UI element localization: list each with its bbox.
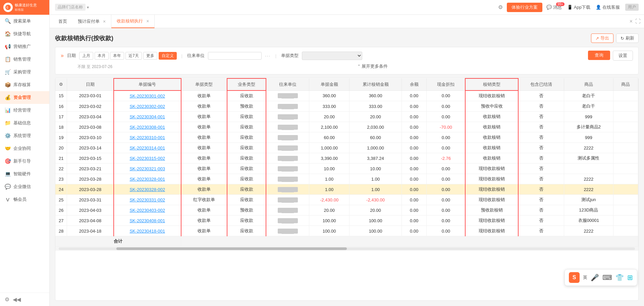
horizontal-scrollbar[interactable]	[55, 247, 638, 251]
bill-no-link[interactable]: SK-20230408-001	[129, 218, 165, 223]
table-row: 15 2023-03-01 SK-20230301-002 收款单 应收款 ██…	[55, 90, 638, 101]
float-shirt-icon[interactable]: 👕	[615, 273, 624, 282]
sidebar-item-quick[interactable]: 🏠 快捷导航	[0, 27, 49, 40]
user-avatar[interactable]: 用户	[625, 4, 639, 11]
tab-collection[interactable]: 收款核销执行 ×	[111, 15, 155, 28]
settings-gear-icon[interactable]: ⚙	[5, 296, 9, 303]
row-product1: 测试jun	[564, 195, 613, 205]
sidebar-item-guide[interactable]: 🎯 新手引导	[0, 155, 49, 168]
row-partner: ████	[266, 174, 309, 184]
export-button[interactable]: ↗ 导出	[591, 34, 613, 43]
bill-no-link[interactable]: SK-20230308-001	[129, 125, 165, 130]
row-no: 19	[55, 132, 67, 143]
filter-expand-arrow-icon[interactable]: »	[61, 53, 64, 59]
row-amount: 1.00	[309, 184, 350, 195]
col-included: 包含已结清	[518, 78, 564, 90]
marketing-icon: 📢	[5, 44, 11, 50]
tab-fullscreen-icon[interactable]: ⛶	[635, 18, 641, 24]
sidebar-item-member[interactable]: V 畅会员	[0, 193, 49, 206]
tab-close-all-icon[interactable]: ×	[630, 18, 633, 24]
bill-no-link[interactable]: SK-20230321-003	[129, 166, 165, 171]
online-service-button[interactable]: 👤 在线客服	[596, 4, 620, 10]
float-keyboard-icon[interactable]: ⌨	[602, 273, 612, 282]
bill-no-link[interactable]: SK-20230314-001	[129, 145, 165, 150]
col-amount: 单据金额	[309, 78, 350, 90]
row-bill-type: 收款单	[181, 132, 227, 143]
date-this-month-button[interactable]: 本月	[95, 52, 109, 60]
sidebar-item-system[interactable]: ⚙️ 系统管理	[0, 129, 49, 142]
date-more-button[interactable]: 更多	[143, 52, 157, 60]
expand-conditions-button[interactable]: ˅ 展开更多条件	[358, 62, 388, 71]
sidebar-item-enterprise[interactable]: 🤝 企业协同	[0, 142, 49, 155]
date-filter-label: 日期	[67, 53, 76, 59]
sidebar-item-inventory[interactable]: 📦 库存核算	[0, 78, 49, 91]
row-biz-type: 预收款	[227, 101, 266, 112]
bill-no-link[interactable]: SK-20230328-002	[129, 187, 165, 192]
row-cumulative: 333.00	[350, 101, 402, 112]
tab-payable-close-icon[interactable]: ×	[103, 19, 106, 24]
float-grid-icon[interactable]: ⊞	[627, 273, 633, 282]
sidebar-item-sales[interactable]: 📋 销售管理	[0, 53, 49, 66]
message-button[interactable]: 💬 消息 99+	[546, 4, 562, 10]
refresh-button[interactable]: ↻ 刷新	[616, 34, 639, 43]
row-cumulative: 360.00	[350, 90, 402, 101]
date-last-month-button[interactable]: 上月	[79, 52, 93, 60]
row-product1: 2222	[564, 184, 613, 195]
date-7days-button[interactable]: 近7天	[125, 52, 142, 60]
bill-no-link[interactable]: SK-20230331-002	[129, 197, 165, 202]
float-english-icon[interactable]: 英	[583, 274, 587, 281]
data-table: ⚙ 日期 单据编号 单据类型 业务类型 往来单位 单据金额 累计核销金额 余额 …	[55, 78, 638, 247]
logo-icon: 6	[3, 3, 13, 12]
tab-collection-close-icon[interactable]: ×	[146, 18, 149, 24]
bill-no-link[interactable]: SK-20230302-002	[129, 104, 165, 109]
row-balance: 0.00	[402, 90, 427, 101]
row-bill-type: 收款单	[181, 122, 227, 132]
sales-icon: 📋	[5, 56, 11, 62]
date-this-year-button[interactable]: 本年	[110, 52, 124, 60]
partner-input[interactable]	[208, 52, 262, 60]
member-icon: V	[5, 196, 11, 202]
filter-area: » 日期 上月 本月 本年 近7天 更多 自定义 | 往来单位 ··· |	[55, 47, 639, 74]
row-balance: 0.00	[402, 101, 427, 112]
topbar-gear-icon[interactable]: ⚙	[498, 4, 503, 10]
tab-home[interactable]: 首页	[53, 15, 72, 28]
dropdown-arrow-icon[interactable]: ▾	[87, 5, 89, 10]
table-row: 26 2023-04-03 SK-20230403-002 收款单 预收款 ██…	[55, 205, 638, 216]
sidebar-item-hardware[interactable]: 💻 智能硬件	[0, 168, 49, 180]
float-mic-icon[interactable]: 🎤	[591, 273, 599, 282]
col-cumulative: 累计核销金额	[350, 78, 402, 90]
sidebar-item-wechat[interactable]: 💬 企业微信	[0, 180, 49, 193]
row-product2	[613, 184, 638, 195]
bill-no-link[interactable]: SK-20230310-001	[129, 135, 165, 140]
row-cumulative: 3,387.24	[350, 153, 402, 164]
bill-no-link[interactable]: SK-20230304-001	[129, 114, 165, 119]
bill-no-link[interactable]: SK-20230403-002	[129, 208, 165, 213]
date-custom-button[interactable]: 自定义	[159, 52, 177, 60]
row-amount: 10.00	[309, 164, 350, 174]
tab-payable[interactable]: 预计应付单 ×	[72, 15, 111, 28]
app-download-button[interactable]: 📱 App下载	[567, 4, 590, 10]
query-button[interactable]: 查询	[588, 51, 610, 60]
sidebar-collapse-icon[interactable]: ◀◀	[13, 296, 21, 303]
sidebar-item-purchase[interactable]: 🛒 采购管理	[0, 66, 49, 78]
filter-row-1: » 日期 上月 本月 本年 近7天 更多 自定义 | 往来单位 ··· |	[61, 51, 633, 61]
bill-no-link[interactable]: SK-20230301-002	[129, 94, 165, 99]
sidebar-item-operations[interactable]: 📊 经营管理	[0, 104, 49, 117]
sidebar-item-basics[interactable]: 📁 基础信息	[0, 117, 49, 129]
sidebar-item-marketing[interactable]: 📢 营销推广	[0, 40, 49, 53]
header-actions: ↗ 导出 ↻ 刷新	[591, 34, 639, 43]
bill-no-link[interactable]: SK-20230315-002	[129, 156, 165, 161]
bill-no-link[interactable]: SK-20230328-001	[129, 177, 165, 182]
solution-button[interactable]: 体验行业方案	[507, 3, 542, 12]
row-partner: ████	[266, 153, 309, 164]
row-product1: 老白干	[564, 90, 613, 101]
bill-no-link[interactable]: SK-20230418-001	[129, 229, 165, 234]
wechat-icon: 💬	[5, 184, 11, 190]
setting-button[interactable]: 设置	[613, 51, 633, 61]
scrollbar-thumb[interactable]	[116, 247, 347, 250]
sidebar-item-finance[interactable]: 💰 资金管理	[0, 91, 49, 104]
sidebar-item-search[interactable]: 🔍 搜索菜单	[0, 15, 49, 27]
voucher-type-select[interactable]	[302, 52, 362, 60]
row-cumulative: 20.00	[350, 205, 402, 216]
row-discount: -70.00	[427, 122, 466, 132]
